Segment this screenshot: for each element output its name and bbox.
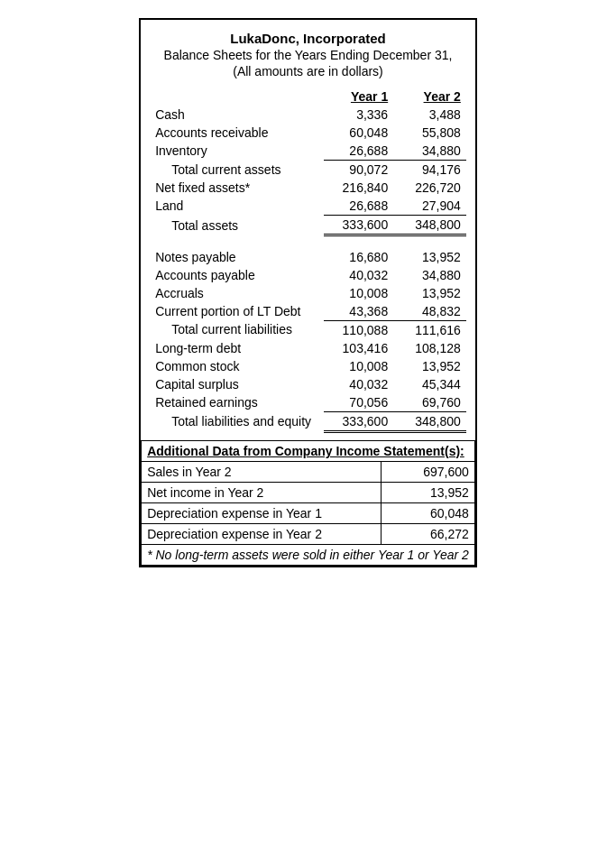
table-row: Cash 3,336 3,488 (150, 106, 466, 124)
table-row: Current portion of LT Debt 43,368 48,832 (150, 302, 466, 321)
row-year2: 348,800 (393, 216, 466, 235)
row-year2: 111,616 (393, 320, 466, 339)
additional-data-table: Additional Data from Company Income Stat… (141, 440, 475, 566)
row-year2: 13,952 (393, 248, 466, 266)
label-header (150, 88, 324, 106)
table-row: Accounts receivable 60,048 55,808 (150, 124, 466, 142)
additional-data-section: Additional Data from Company Income Stat… (141, 440, 475, 566)
row-label: Depreciation expense in Year 1 (142, 503, 382, 524)
table-row: Capital surplus 40,032 45,344 (150, 375, 466, 393)
table-row: Sales in Year 2 697,600 (142, 462, 475, 483)
row-label: Accounts payable (150, 266, 324, 284)
row-year2: 13,952 (393, 357, 466, 375)
row-year1: 333,600 (324, 411, 393, 431)
year1-header: Year 1 (324, 88, 393, 106)
table-row: Common stock 10,008 13,952 (150, 357, 466, 375)
row-year2: 27,904 (393, 197, 466, 216)
row-year2: 108,128 (393, 339, 466, 357)
row-year1: 10,008 (324, 284, 393, 302)
row-label: Common stock (150, 357, 324, 375)
table-row: Retained earnings 70,056 69,760 (150, 393, 466, 412)
row-label: Net fixed assets* (150, 179, 324, 197)
row-year2: 348,800 (393, 411, 466, 431)
table-row: Land 26,688 27,904 (150, 197, 466, 216)
table-row: Accruals 10,008 13,952 (150, 284, 466, 302)
row-label: Depreciation expense in Year 2 (142, 524, 382, 545)
table-row: Accounts payable 40,032 34,880 (150, 266, 466, 284)
row-year1: 40,032 (324, 266, 393, 284)
row-label: Capital surplus (150, 375, 324, 393)
table-row: Depreciation expense in Year 2 66,272 (142, 524, 475, 545)
row-year1: 216,840 (324, 179, 393, 197)
row-year2: 34,880 (393, 266, 466, 284)
row-year1: 103,416 (324, 339, 393, 357)
row-value: 697,600 (382, 462, 475, 483)
additional-header-row: Additional Data from Company Income Stat… (142, 441, 475, 462)
table-row: Depreciation expense in Year 1 60,048 (142, 503, 475, 524)
row-label: Current portion of LT Debt (150, 302, 324, 321)
row-label: Accounts receivable (150, 124, 324, 142)
balance-sheet-table: Year 1 Year 2 Cash 3,336 3,488 Accounts … (150, 88, 466, 440)
row-label: Total current liabilities (150, 320, 324, 339)
row-label: Inventory (150, 142, 324, 161)
subtitle1: Balance Sheets for the Years Ending Dece… (150, 48, 466, 62)
column-header-row: Year 1 Year 2 (150, 88, 466, 106)
row-label: Retained earnings (150, 393, 324, 412)
row-label: Total assets (150, 216, 324, 235)
bottom-gap-row (150, 431, 466, 440)
table-row: Net income in Year 2 13,952 (142, 483, 475, 503)
row-year2: 48,832 (393, 302, 466, 321)
row-year2: 45,344 (393, 375, 466, 393)
row-year1: 70,056 (324, 393, 393, 412)
row-label: Notes payable (150, 248, 324, 266)
row-year2: 34,880 (393, 142, 466, 161)
row-year1: 60,048 (324, 124, 393, 142)
row-year2: 3,488 (393, 106, 466, 124)
row-label: Land (150, 197, 324, 216)
row-year1: 10,008 (324, 357, 393, 375)
row-year1: 3,336 (324, 106, 393, 124)
row-year1: 43,368 (324, 302, 393, 321)
total-assets-row: Total assets 333,600 348,800 (150, 216, 466, 235)
table-row: Total current assets 90,072 94,176 (150, 161, 466, 180)
footnote-row: * No long-term assets were sold in eithe… (142, 545, 475, 566)
row-year2: 13,952 (393, 284, 466, 302)
footnote-text: * No long-term assets were sold in eithe… (142, 545, 475, 566)
row-value: 13,952 (382, 483, 475, 503)
balance-sheet-content: Year 1 Year 2 Cash 3,336 3,488 Accounts … (141, 88, 475, 440)
table-row: Inventory 26,688 34,880 (150, 142, 466, 161)
row-year2: 94,176 (393, 161, 466, 180)
table-row: Net fixed assets* 216,840 226,720 (150, 179, 466, 197)
row-year1: 40,032 (324, 375, 393, 393)
page-container: LukaDonc, Incorporated Balance Sheets fo… (139, 18, 477, 567)
row-year1: 26,688 (324, 197, 393, 216)
table-row: Notes payable 16,680 13,952 (150, 248, 466, 266)
row-year1: 333,600 (324, 216, 393, 235)
row-label: Total liabilities and equity (150, 411, 324, 431)
row-year2: 226,720 (393, 179, 466, 197)
company-name: LukaDonc, Incorporated (150, 31, 466, 46)
row-label: Cash (150, 106, 324, 124)
subtitle2: (All amounts are in dollars) (150, 64, 466, 78)
row-year2: 69,760 (393, 393, 466, 412)
row-value: 60,048 (382, 503, 475, 524)
row-value: 66,272 (382, 524, 475, 545)
year2-header: Year 2 (393, 88, 466, 106)
gap-row (150, 235, 466, 248)
table-row: Total current liabilities 110,088 111,61… (150, 320, 466, 339)
row-year1: 26,688 (324, 142, 393, 161)
row-label: Total current assets (150, 161, 324, 180)
row-year1: 16,680 (324, 248, 393, 266)
table-row: Long-term debt 103,416 108,128 (150, 339, 466, 357)
additional-title: Additional Data from Company Income Stat… (142, 441, 475, 462)
total-liabilities-row: Total liabilities and equity 333,600 348… (150, 411, 466, 431)
row-year1: 110,088 (324, 320, 393, 339)
row-label: Accruals (150, 284, 324, 302)
header-section: LukaDonc, Incorporated Balance Sheets fo… (141, 20, 475, 88)
row-label: Long-term debt (150, 339, 324, 357)
row-label: Net income in Year 2 (142, 483, 382, 503)
row-label: Sales in Year 2 (142, 462, 382, 483)
row-year2: 55,808 (393, 124, 466, 142)
row-year1: 90,072 (324, 161, 393, 180)
